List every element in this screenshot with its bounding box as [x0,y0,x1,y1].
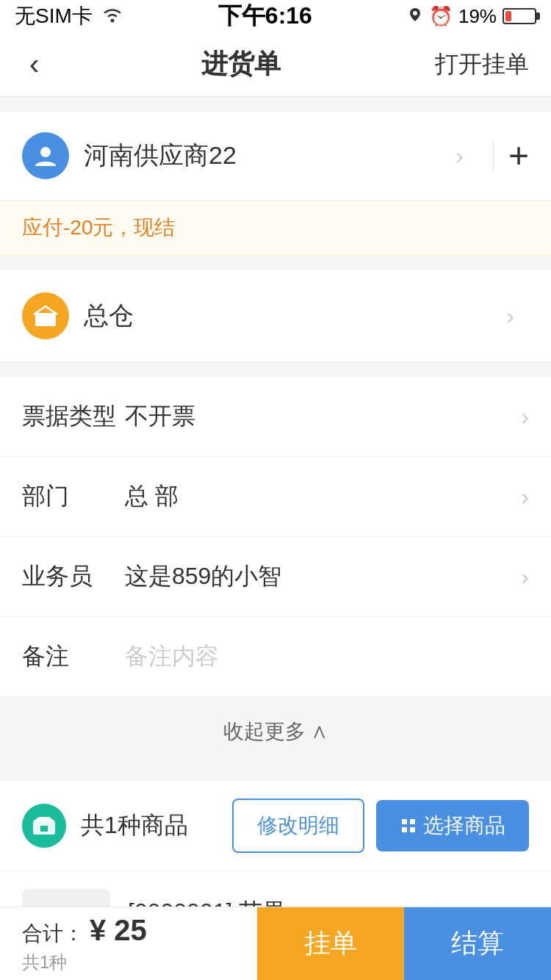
svg-point-1 [40,147,51,157]
products-count: 共1种商品 [81,810,232,842]
department-chevron: › [521,483,529,511]
total-count: 共1种 [22,951,235,974]
svg-rect-5 [40,826,48,832]
products-header: 共1种商品 修改明细 选择商品 [0,781,551,871]
status-icons: ⏰ 19% [407,5,536,28]
warehouse-row[interactable]: 总仓 › [0,270,551,362]
page-title: 进货单 [201,46,281,82]
supplier-avatar [22,132,69,179]
salesperson-row[interactable]: 业务员 这是859的小智 › [0,537,551,617]
remark-row[interactable]: 备注 备注内容 [0,617,551,697]
select-product-label: 选择商品 [423,812,505,840]
svg-rect-8 [402,827,407,832]
add-supplier-button[interactable]: + [508,138,529,173]
status-bar: 无SIM卡 下午6:16 ⏰ 19% [0,0,551,32]
invoice-type-row[interactable]: 票据类型 不开票 › [0,377,551,457]
supplier-chevron: › [455,143,464,170]
total-label: 合计： [22,920,84,948]
supplier-alert: 应付-20元，现结 [0,201,551,256]
back-button[interactable]: ‹ [22,40,46,88]
warehouse-section: 总仓 › [0,270,551,362]
collapse-button[interactable]: 收起更多 ∧ [0,697,551,766]
supplier-name: 河南供应商22 [84,139,455,173]
supplier-row[interactable]: 河南供应商22 › + [0,112,551,201]
gap-1 [0,97,551,112]
total-amount: ¥ 25 [90,914,147,947]
salesperson-chevron: › [521,563,529,591]
nav-bar: ‹ 进货单 打开挂单 [0,32,551,97]
gap-3 [0,362,551,377]
checkout-button[interactable]: 结算 [404,907,551,980]
alarm-icon: ⏰ [429,5,453,28]
battery-percent: 19% [458,5,497,28]
department-value: 总 部 [125,480,521,513]
svg-rect-3 [42,317,49,326]
battery-icon [503,8,536,24]
supplier-section: 河南供应商22 › + 应付-20元，现结 [0,112,551,256]
wifi-icon [101,4,123,28]
products-icon-wrap [22,804,66,848]
warehouse-icon-wrap [22,292,69,339]
open-pending-button[interactable]: 打开挂单 [435,48,529,81]
footer-total: 合计： ¥ 25 共1种 [0,907,257,980]
department-label: 部门 [22,480,125,513]
select-product-button[interactable]: 选择商品 [376,800,529,851]
svg-rect-9 [410,827,415,832]
remark-label: 备注 [22,641,125,673]
hang-button[interactable]: 挂单 [257,907,404,980]
invoice-type-label: 票据类型 [22,400,125,433]
warehouse-chevron: › [506,303,514,330]
svg-rect-7 [410,819,415,824]
divider [493,141,494,170]
status-time: 下午6:16 [218,0,312,32]
svg-rect-6 [402,819,407,824]
footer: 合计： ¥ 25 共1种 挂单 结算 [0,907,551,980]
salesperson-value: 这是859的小智 [125,561,521,593]
location-icon [407,5,423,28]
gap-4 [0,766,551,781]
gap-2 [0,256,551,270]
remark-value: 备注内容 [125,641,529,673]
form-section: 票据类型 不开票 › 部门 总 部 › 业务员 这是859的小智 › 备注 备注… [0,377,551,697]
status-carrier: 无SIM卡 [15,2,123,30]
warehouse-name: 总仓 [84,299,506,333]
edit-detail-button[interactable]: 修改明细 [232,799,364,853]
total-row: 合计： ¥ 25 [22,914,235,948]
salesperson-label: 业务员 [22,561,125,593]
invoice-type-value: 不开票 [125,400,521,433]
svg-point-0 [110,19,114,23]
invoice-type-chevron: › [521,403,529,430]
department-row[interactable]: 部门 总 部 › [0,457,551,537]
